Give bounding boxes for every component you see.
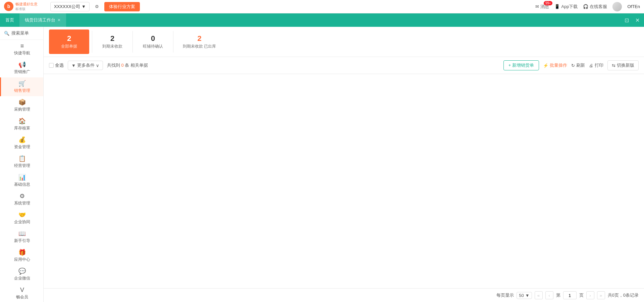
select-all-checkbox[interactable]: 全选 bbox=[49, 62, 64, 68]
app-download-icon: 📱 bbox=[554, 4, 560, 9]
tab-bar-actions: ⊡ ✕ bbox=[623, 16, 644, 24]
zijin-icon: 💰 bbox=[18, 137, 26, 143]
sidebar-item-changhui[interactable]: V 畅会员 bbox=[0, 284, 43, 302]
stat-overdue[interactable]: 2 到期未收款 bbox=[92, 27, 132, 57]
filter-button[interactable]: ▼ 更多条件 ∨ bbox=[68, 61, 103, 70]
main-layout: 🔍 搜索菜单 ≡ 快捷导航 📢 营销推广 🛒 销售管理 📦 采购管理 🏠 库存核… bbox=[0, 27, 644, 302]
stat-all[interactable]: 2 全部单据 bbox=[49, 29, 89, 54]
sidebar: 🔍 搜索菜单 ≡ 快捷导航 📢 营销推广 🛒 销售管理 📦 采购管理 🏠 库存核… bbox=[0, 27, 44, 302]
first-page-button[interactable]: « bbox=[535, 291, 543, 299]
sidebar-item-xitong[interactable]: ⚙ 系统管理 bbox=[0, 190, 43, 209]
stat-overdue-num: 2 bbox=[110, 34, 114, 43]
settings-icon: ⚙ bbox=[95, 4, 99, 9]
last-page-button[interactable]: » bbox=[597, 291, 605, 299]
refresh-icon: ↻ bbox=[571, 63, 575, 68]
stat-overdue-shipped-label: 到期未收款 已出库 bbox=[183, 44, 216, 49]
sidebar-item-caigou[interactable]: 📦 采购管理 bbox=[0, 96, 43, 115]
sidebar-item-kucun[interactable]: 🏠 库存核算 bbox=[0, 115, 43, 134]
sidebar-item-yingxiao[interactable]: 📢 营销推广 bbox=[0, 59, 43, 77]
toolbar-right: + 新增销货单 ⚡ 批量操作 ↻ 刷新 🖨 打印 ⇆ 切换新版 bbox=[503, 60, 639, 70]
tab-close-icon[interactable]: ✕ bbox=[57, 18, 61, 22]
stat-wangfu-num: 0 bbox=[151, 34, 155, 43]
stat-overdue-shipped[interactable]: 2 到期未收款 已出库 bbox=[173, 27, 225, 57]
table-area bbox=[44, 74, 644, 288]
toolbar: 全选 ▼ 更多条件 ∨ 共找到 0 条 相关单据 + 新增销货单 ⚡ bbox=[44, 57, 644, 74]
refresh-button[interactable]: ↻ 刷新 bbox=[571, 62, 585, 68]
sidebar-item-qiyexietong[interactable]: 🤝 企业协同 bbox=[0, 209, 43, 228]
company-name: XXXXXX公司 bbox=[54, 4, 80, 10]
stat-overdue-shipped-num: 2 bbox=[198, 34, 202, 43]
sidebar-item-jichu[interactable]: 📊 基础信息 bbox=[0, 171, 43, 190]
page-size-select[interactable]: 50 ▼ bbox=[517, 292, 532, 299]
stat-wangfu[interactable]: 0 旺辅待确认 bbox=[133, 27, 173, 57]
tab-workbench[interactable]: 钱货日清工作台 ✕ bbox=[19, 13, 66, 27]
message-icon: ✉ bbox=[535, 4, 539, 9]
weixin-icon: 💬 bbox=[18, 268, 26, 274]
caigou-icon: 📦 bbox=[18, 99, 26, 105]
switch-icon: ⇆ bbox=[612, 63, 615, 68]
sidebar-item-weixin[interactable]: 💬 企业微信 bbox=[0, 265, 43, 284]
page-label: 第 bbox=[556, 292, 560, 298]
sidebar-item-yingyong[interactable]: 🎁 应用中心 bbox=[0, 246, 43, 265]
select-all-label: 全选 bbox=[55, 62, 64, 68]
app-download-button[interactable]: 📱 App下载 bbox=[554, 4, 578, 10]
jichu-icon: 📊 bbox=[18, 174, 26, 180]
xinshou-icon: 📖 bbox=[18, 231, 26, 237]
stats-row: 2 全部单据 2 到期未收款 0 旺辅待确认 2 到期未收款 已出库 bbox=[44, 27, 644, 57]
username: OfTEn bbox=[627, 4, 640, 9]
logo-name: 畅捷通好生意 bbox=[15, 2, 38, 6]
tab-bar: 首页 钱货日清工作台 ✕ ⊡ ✕ bbox=[0, 13, 644, 27]
logo-sub: 标准版 bbox=[15, 7, 38, 11]
sidebar-search[interactable]: 🔍 搜索菜单 bbox=[0, 27, 43, 40]
per-page-label: 每页显示 bbox=[496, 292, 514, 298]
found-text: 共找到 0 条 相关单据 bbox=[107, 62, 148, 68]
search-icon: 🔍 bbox=[4, 31, 9, 36]
tab-restore-button[interactable]: ⊡ bbox=[623, 16, 631, 24]
checkbox-icon bbox=[49, 63, 54, 68]
jingying-icon: 📋 bbox=[18, 156, 26, 162]
stat-overdue-label: 到期未收款 bbox=[102, 44, 122, 49]
tab-close-all-button[interactable]: ✕ bbox=[633, 16, 641, 24]
kucun-icon: 🏠 bbox=[18, 118, 26, 124]
header-right: ✉ 消息 99+ 📱 App下载 🎧 在线客服 OfTEn bbox=[535, 2, 640, 11]
sidebar-item-kuaijie[interactable]: ≡ 快捷导航 bbox=[0, 40, 43, 59]
stat-all-num: 2 bbox=[67, 34, 71, 43]
qiyexietong-icon: 🤝 bbox=[18, 212, 26, 218]
yingyong-icon: 🎁 bbox=[18, 249, 26, 255]
avatar[interactable] bbox=[612, 2, 622, 11]
kuaijie-icon: ≡ bbox=[20, 43, 24, 49]
next-page-button[interactable]: › bbox=[586, 291, 594, 299]
settings-button[interactable]: ⚙ bbox=[92, 2, 102, 11]
sidebar-item-zijin[interactable]: 💰 资金管理 bbox=[0, 134, 43, 153]
pagination-bar: 每页显示 50 ▼ « ‹ 第 页 › » 共0页，0条记录 bbox=[44, 288, 644, 302]
table-empty bbox=[44, 74, 644, 288]
logo-area: b 畅捷通好生意 标准版 bbox=[4, 2, 48, 11]
online-service-icon: 🎧 bbox=[583, 4, 588, 9]
message-button[interactable]: ✉ 消息 99+ bbox=[535, 4, 549, 10]
message-badge: 99+ bbox=[544, 1, 552, 5]
sidebar-item-jingying[interactable]: 📋 经营管理 bbox=[0, 153, 43, 171]
xitong-icon: ⚙ bbox=[19, 193, 25, 199]
company-dropdown-icon: ▼ bbox=[82, 4, 86, 9]
add-sales-button[interactable]: + 新增销货单 bbox=[503, 60, 539, 70]
experience-button[interactable]: 体验行业方案 bbox=[104, 2, 140, 11]
avatar-image bbox=[612, 2, 622, 11]
company-selector[interactable]: XXXXXX公司 ▼ bbox=[50, 2, 90, 11]
sidebar-item-xinshou[interactable]: 📖 新手引导 bbox=[0, 228, 43, 246]
print-button[interactable]: 🖨 打印 bbox=[589, 62, 603, 68]
yingxiao-icon: 📢 bbox=[18, 62, 26, 68]
sidebar-item-xiaoshou[interactable]: 🛒 销售管理 bbox=[0, 77, 43, 96]
toolbar-left: 全选 ▼ 更多条件 ∨ 共找到 0 条 相关单据 bbox=[49, 61, 148, 70]
total-info: 共0页，0条记录 bbox=[608, 292, 639, 298]
page-input[interactable] bbox=[563, 291, 577, 299]
online-service-button[interactable]: 🎧 在线客服 bbox=[583, 4, 607, 10]
filter-chevron-icon: ∨ bbox=[96, 63, 99, 68]
stat-wangfu-label: 旺辅待确认 bbox=[143, 44, 163, 49]
found-count: 0 bbox=[121, 63, 124, 68]
tab-home[interactable]: 首页 bbox=[0, 13, 19, 27]
top-header: b 畅捷通好生意 标准版 XXXXXX公司 ▼ ⚙ 体验行业方案 ✉ 消息 99… bbox=[0, 0, 644, 13]
switch-version-button[interactable]: ⇆ 切换新版 bbox=[607, 60, 639, 70]
changhui-icon: V bbox=[20, 287, 24, 293]
batch-operation-button[interactable]: ⚡ 批量操作 bbox=[543, 62, 567, 68]
prev-page-button[interactable]: ‹ bbox=[545, 291, 553, 299]
